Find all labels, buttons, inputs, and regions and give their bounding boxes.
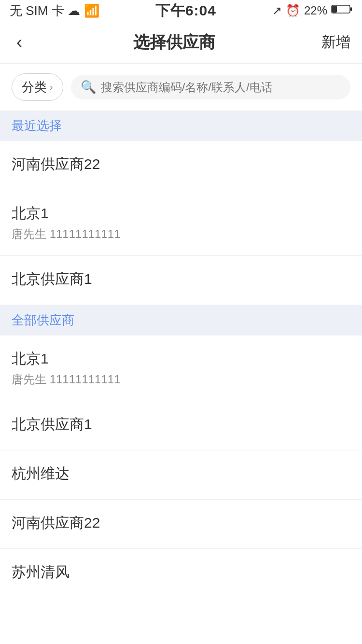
status-right: ↗ ⏰ 22% [272,4,352,17]
list-item[interactable]: 北京供应商1 [0,256,362,305]
search-input[interactable] [101,81,341,94]
item-name: 河南供应商22 [12,513,350,533]
location-icon: ↗ [272,4,282,17]
svg-rect-1 [332,6,337,13]
recent-items-list: 河南供应商22北京1唐先生 11111111111北京供应商1 [0,141,362,305]
item-sub: 唐先生 11111111111 [12,372,350,387]
list-item[interactable]: 河南供应商22 [0,500,362,549]
status-time: 下午6:04 [155,1,216,21]
all-items-list: 北京1唐先生 11111111111北京供应商1杭州维达河南供应商22苏州清风 [0,336,362,598]
list-item[interactable]: 苏州清风 [0,549,362,598]
item-name: 苏州清风 [12,562,350,582]
status-left: 无 SIM 卡 ☁ 📶 [10,2,99,19]
sim-status: 无 SIM 卡 ☁ [10,2,80,19]
add-button[interactable]: 新增 [321,32,350,52]
battery-level: 22% [304,4,327,17]
recent-section-header: 最近选择 [0,111,362,141]
item-name: 北京供应商1 [12,269,350,289]
item-name: 北京供应商1 [12,415,350,434]
list-item[interactable]: 北京1唐先生 11111111111 [0,190,362,256]
list-item[interactable]: 杭州维达 [0,450,362,500]
back-button[interactable]: ‹ [12,28,27,57]
list-item[interactable]: 北京供应商1 [0,401,362,450]
wifi-icon: 📶 [84,3,99,18]
filter-bar: 分类 › 🔍 [0,64,362,111]
category-button[interactable]: 分类 › [12,73,63,101]
search-icon: 🔍 [81,80,96,95]
item-name: 河南供应商22 [12,154,350,174]
search-bar: 🔍 [71,75,350,99]
item-name: 杭州维达 [12,464,350,484]
all-section-header: 全部供应商 [0,305,362,336]
alarm-icon: ⏰ [286,4,300,17]
nav-bar: ‹ 选择供应商 新增 [0,21,362,64]
svg-rect-2 [350,7,352,11]
category-label: 分类 [22,79,47,96]
page-title: 选择供应商 [133,31,215,54]
chevron-right-icon: › [50,82,53,93]
battery-icon [331,4,352,17]
list-item[interactable]: 北京1唐先生 11111111111 [0,336,362,401]
list-item[interactable]: 河南供应商22 [0,141,362,190]
status-bar: 无 SIM 卡 ☁ 📶 下午6:04 ↗ ⏰ 22% [0,0,362,21]
item-name: 北京1 [12,349,350,369]
item-name: 北京1 [12,204,350,224]
item-sub: 唐先生 11111111111 [12,226,350,242]
